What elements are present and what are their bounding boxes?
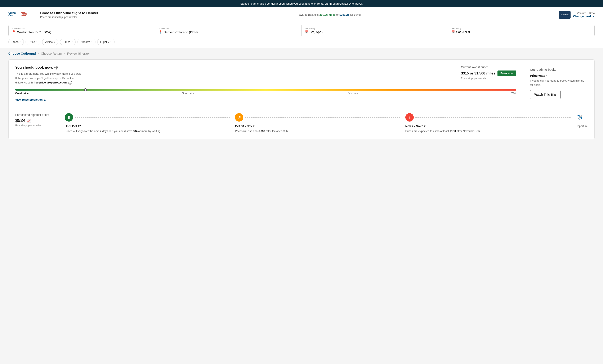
airports-chevron: ▾ bbox=[91, 41, 92, 43]
not-ready-text: Not ready to book? bbox=[530, 68, 557, 71]
price-card-left: You should book now. ⓘ This is a great d… bbox=[9, 60, 523, 107]
times-label: Times bbox=[63, 40, 70, 44]
forecast-content-3: Nov 7 - Nov 17 Prices are expected to cl… bbox=[405, 124, 572, 133]
breadcrumb-choose-outbound[interactable]: Choose Outbound bbox=[8, 52, 36, 55]
from-label: Where from? bbox=[12, 27, 151, 30]
change-card-button[interactable]: Change card ▲ bbox=[573, 15, 595, 18]
returning-field[interactable]: Returning 📅 Sat, Apr 9 bbox=[448, 25, 594, 36]
filter-bar: Stops ▾ Price ▾ Airline ▾ Times ▾ Airpor… bbox=[8, 39, 595, 45]
forecast-dot-1: ⇅ bbox=[65, 113, 73, 121]
free-price-text: free price drop protection bbox=[34, 81, 67, 84]
card-section: VENTURE Venture...1234 Change card ▲ bbox=[559, 11, 595, 19]
dollars-value: $201.25 bbox=[339, 13, 349, 16]
dollars-suffix: for travel bbox=[350, 13, 361, 16]
breadcrumb-arrow-2: › bbox=[64, 52, 65, 55]
price-watch-desc: If you're still not ready to book, watch… bbox=[530, 79, 588, 87]
forecast-item-3: ↑ Nov 7 - Nov 17 Prices are expected to … bbox=[402, 113, 572, 133]
stops-label: Stops bbox=[12, 40, 18, 44]
price-label: Price bbox=[29, 40, 35, 44]
airline-chevron: ▾ bbox=[54, 41, 55, 43]
card-label: VENTURE bbox=[561, 14, 569, 16]
breadcrumb-arrow-1: › bbox=[38, 52, 39, 55]
price-bar-indicator bbox=[84, 88, 87, 91]
price-bar-section: Great price Good price Fair price Wait bbox=[15, 89, 516, 95]
svg-text:Travel: Travel bbox=[22, 14, 27, 16]
price-card-top: You should book now. ⓘ This is a great d… bbox=[9, 60, 594, 107]
header-left: Capital One Travel Choose Outbound fligh… bbox=[8, 11, 98, 19]
flight-num-chevron: ▾ bbox=[110, 41, 111, 43]
svg-text:One: One bbox=[8, 14, 13, 17]
change-card-label: Change card bbox=[573, 15, 591, 18]
to-label: Where to? bbox=[159, 27, 298, 30]
price-card-right: Not ready to book? Price watch If you're… bbox=[523, 60, 594, 107]
forecast-item-2: ↗ Oct 30 - Nov 7 Prices will rise about … bbox=[232, 113, 402, 133]
forecast-dashes-1 bbox=[75, 117, 230, 118]
price-watch-title: Price watch bbox=[530, 74, 547, 77]
bar-label-great: Great price bbox=[15, 92, 28, 95]
destination-icon: 📍 bbox=[159, 30, 162, 34]
forecast-up-arrow-icon: 📈 bbox=[27, 119, 31, 122]
view-price-prediction-button[interactable]: View price prediction ▲ bbox=[15, 98, 516, 101]
current-price-section: Current lowest price: $315 or 31,500 mil… bbox=[461, 66, 516, 85]
bar-label-good: Good price bbox=[182, 92, 194, 95]
price-bar-labels: Great price Good price Fair price Wait bbox=[15, 92, 516, 95]
to-field[interactable]: Where to? 📍 Denver, Colorado (DEN) bbox=[155, 25, 302, 36]
forecast-desc-2: Prices will rise about $30 after October… bbox=[235, 129, 402, 133]
plane-icon: ✈️ bbox=[576, 113, 584, 121]
forecast-label: Forecasted hightest price: bbox=[15, 113, 61, 117]
filter-price[interactable]: Price ▾ bbox=[25, 39, 40, 45]
forecast-content-2: Oct 30 - Nov 7 Prices will rise about $3… bbox=[235, 124, 402, 133]
book-now-title: You should book now. ⓘ bbox=[15, 66, 440, 70]
flight-title: Choose Outbound flight to Denver Prices … bbox=[40, 11, 98, 19]
forecast-item-1: ⇅ Until Oct 12 Prices will vary over the… bbox=[61, 113, 232, 133]
filter-airports[interactable]: Airports ▾ bbox=[78, 39, 95, 45]
times-chevron: ▾ bbox=[72, 41, 73, 43]
price-chevron: ▾ bbox=[36, 41, 37, 43]
filter-flight-num[interactable]: Flight # ▾ bbox=[97, 39, 115, 45]
free-price-info-icon[interactable]: ⓘ bbox=[68, 81, 72, 85]
breadcrumb-choose-return[interactable]: Choose Return bbox=[41, 52, 62, 55]
book-now-info-icon[interactable]: ⓘ bbox=[54, 66, 58, 69]
from-field[interactable]: Where from? 📍 Washington, D.C. (DCA) bbox=[9, 25, 155, 36]
forecast-dot-line-1: ⇅ bbox=[65, 113, 232, 121]
filter-times[interactable]: Times ▾ bbox=[60, 39, 76, 45]
airports-label: Airports bbox=[81, 40, 90, 44]
price-bar bbox=[15, 89, 516, 91]
breadcrumb-review-itinerary[interactable]: Review Itinerary bbox=[67, 52, 90, 55]
breadcrumb: Choose Outbound › Choose Return › Review… bbox=[0, 48, 603, 57]
search-fields: Where from? 📍 Washington, D.C. (DCA) Whe… bbox=[8, 25, 595, 36]
from-value: Washington, D.C. (DCA) bbox=[17, 30, 51, 34]
forecast-dot-2: ↗ bbox=[235, 113, 243, 121]
bar-label-wait: Wait bbox=[511, 92, 516, 95]
watch-this-trip-button[interactable]: Watch This Trip bbox=[530, 90, 560, 99]
card-info: Venture...1234 Change card ▲ bbox=[573, 11, 595, 18]
forecast-date-3: Nov 7 - Nov 17 bbox=[405, 124, 572, 128]
departing-field[interactable]: Departing 📅 Sat, Apr 2 bbox=[302, 25, 448, 36]
departing-calendar-icon: 📅 bbox=[305, 30, 308, 33]
banner-text: Samuel, earn 5 Miles per dollar spent wh… bbox=[240, 2, 363, 5]
filter-airline[interactable]: Airline ▾ bbox=[42, 39, 58, 45]
forecast-dashes-3 bbox=[415, 117, 570, 118]
rewards-balance: Rewards Balance: 20,125 miles or $201.25… bbox=[297, 13, 361, 16]
forecast-desc-3: Prices are expected to climb at least $1… bbox=[405, 129, 572, 133]
forecast-date-1: Until Oct 12 bbox=[65, 124, 232, 128]
promo-banner: Samuel, earn 5 Miles per dollar spent wh… bbox=[0, 0, 603, 7]
rewards-prefix: Rewards Balance: bbox=[297, 13, 320, 16]
airline-label: Airline bbox=[45, 40, 53, 44]
departure-dot-line: ✈️ bbox=[576, 113, 588, 121]
book-now-description: This is a great deal. You will likely pa… bbox=[15, 72, 82, 85]
flight-subtitle: Prices are round trip, per traveler bbox=[40, 16, 98, 19]
card-number: Venture...1234 bbox=[573, 11, 595, 15]
logo: Capital One Travel bbox=[8, 11, 35, 19]
book-now-button[interactable]: Book now bbox=[498, 70, 516, 76]
departing-value: Sat, Apr 2 bbox=[310, 30, 324, 34]
search-bar: Where from? 📍 Washington, D.C. (DCA) Whe… bbox=[0, 22, 603, 48]
price-prediction-card: You should book now. ⓘ This is a great d… bbox=[8, 59, 595, 139]
departing-label: Departing bbox=[305, 27, 445, 30]
forecast-left: Forecasted hightest price: $524 📈 Round … bbox=[15, 113, 61, 133]
filter-stops[interactable]: Stops ▾ bbox=[8, 39, 24, 45]
miles-suffix: or bbox=[336, 13, 339, 16]
forecast-dot-3: ↑ bbox=[405, 113, 414, 121]
flight-title-text: Choose Outbound flight to Denver bbox=[40, 11, 98, 15]
returning-label: Returning bbox=[452, 27, 591, 30]
